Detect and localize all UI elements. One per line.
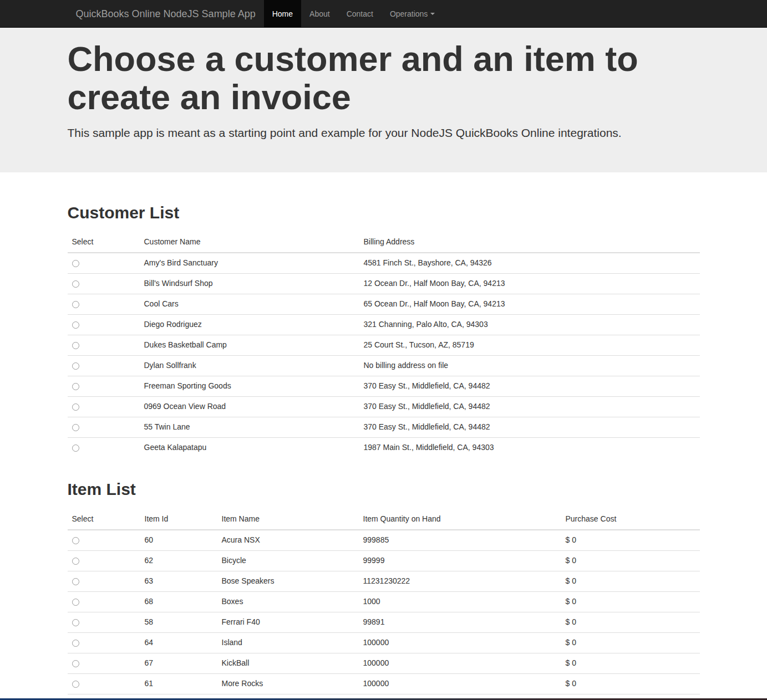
- customer-select-radio[interactable]: [72, 260, 79, 267]
- customer-select-radio[interactable]: [72, 444, 79, 452]
- item-id-cell: 60: [140, 530, 217, 550]
- item-purchase-cost-cell: $ 0: [561, 551, 700, 571]
- item-table-row: 68 Boxes 1000 $ 0: [68, 592, 700, 612]
- customer-billing-address-cell: 12 Ocean Dr., Half Moon Bay, CA, 94213: [359, 274, 700, 294]
- item-id-cell: 63: [140, 571, 217, 592]
- item-table-row: 60 Acura NSX 999885 $ 0: [68, 530, 700, 550]
- item-quantity-cell: 100000: [359, 633, 561, 653]
- customer-col-select: Select: [68, 232, 140, 253]
- item-quantity-cell: 99891: [359, 612, 561, 633]
- customer-select-cell: [68, 274, 140, 294]
- customer-select-cell: [68, 438, 140, 458]
- item-table-row: 64 Island 100000 $ 0: [68, 633, 700, 653]
- item-select-radio[interactable]: [72, 681, 79, 688]
- customer-name-cell: Bill's Windsurf Shop: [140, 274, 359, 294]
- item-col-quantity: Item Quantity on Hand: [359, 509, 561, 530]
- customer-table-row: Bill's Windsurf Shop 12 Ocean Dr., Half …: [68, 274, 700, 294]
- page-title: Choose a customer and an item to create …: [68, 40, 700, 117]
- customer-billing-address-cell: 370 Easy St., Middlefield, CA, 94482: [359, 417, 700, 438]
- customer-select-cell: [68, 253, 140, 273]
- item-select-cell: [68, 612, 140, 633]
- customer-col-billing-address: Billing Address: [359, 232, 700, 253]
- item-purchase-cost-cell: $ 0: [561, 612, 700, 633]
- item-purchase-cost-cell: $ 0: [561, 633, 700, 653]
- item-col-purchase-cost: Purchase Cost: [561, 509, 700, 530]
- customer-table-row: Cool Cars 65 Ocean Dr., Half Moon Bay, C…: [68, 294, 700, 315]
- item-select-radio[interactable]: [72, 558, 79, 565]
- item-quantity-cell: 11231230222: [359, 571, 561, 592]
- customer-col-name: Customer Name: [140, 232, 359, 253]
- customer-select-radio[interactable]: [72, 280, 79, 288]
- item-select-radio[interactable]: [72, 537, 79, 544]
- item-select-radio[interactable]: [72, 578, 79, 585]
- item-list-title: Item List: [68, 478, 700, 502]
- item-name-cell: Bose Speakers: [217, 571, 359, 592]
- item-select-cell: [68, 551, 140, 571]
- item-select-cell: [68, 673, 140, 694]
- customer-billing-address-cell: No billing address on file: [359, 356, 700, 376]
- navbar-brand[interactable]: QuickBooks Online NodeJS Sample App: [68, 0, 264, 28]
- customer-table-row: Freeman Sporting Goods 370 Easy St., Mid…: [68, 376, 700, 397]
- customer-table-row: 0969 Ocean View Road 370 Easy St., Middl…: [68, 397, 700, 417]
- item-name-cell: KickBall: [217, 653, 359, 673]
- customer-table: Select Customer Name Billing Address Amy…: [68, 232, 700, 458]
- item-id-cell: 61: [140, 673, 217, 694]
- customer-name-cell: Geeta Kalapatapu: [140, 438, 359, 458]
- nav-item-operations-label: Operations: [390, 8, 428, 19]
- item-purchase-cost-cell: $ 0: [561, 592, 700, 612]
- item-list-section: Item List Select Item Id Item Name Item …: [68, 478, 700, 700]
- customer-select-radio[interactable]: [72, 362, 79, 370]
- nav-item-contact[interactable]: Contact: [338, 0, 382, 28]
- item-id-cell: 64: [140, 633, 217, 653]
- item-select-radio[interactable]: [72, 660, 79, 667]
- customer-table-row: Amy's Bird Sanctuary 4581 Finch St., Bay…: [68, 253, 700, 273]
- item-select-cell: [68, 653, 140, 673]
- caret-down-icon: [430, 13, 435, 15]
- customer-select-cell: [68, 376, 140, 397]
- jumbotron: Choose a customer and an item to create …: [0, 28, 767, 172]
- customer-billing-address-cell: 1987 Main St., Middlefield, CA, 94303: [359, 438, 700, 458]
- customer-table-row: Geeta Kalapatapu 1987 Main St., Middlefi…: [68, 438, 700, 458]
- item-table-row: 67 KickBall 100000 $ 0: [68, 653, 700, 673]
- customer-select-radio[interactable]: [72, 383, 79, 390]
- customer-select-cell: [68, 335, 140, 356]
- customer-select-cell: [68, 397, 140, 417]
- customer-billing-address-cell: 321 Channing, Palo Alto, CA, 94303: [359, 315, 700, 335]
- item-select-radio[interactable]: [72, 599, 79, 606]
- navbar-nav: Home About Contact Operations: [264, 0, 444, 28]
- customer-select-radio[interactable]: [72, 301, 79, 308]
- customer-select-radio[interactable]: [72, 424, 79, 431]
- item-id-cell: 62: [140, 551, 217, 571]
- item-purchase-cost-cell: $ 0: [561, 673, 700, 694]
- customer-select-radio[interactable]: [72, 403, 79, 411]
- page-subtitle: This sample app is meant as a starting p…: [68, 125, 700, 141]
- customer-billing-address-cell: 370 Easy St., Middlefield, CA, 94482: [359, 376, 700, 397]
- item-quantity-cell: 100000: [359, 673, 561, 694]
- nav-item-operations-dropdown[interactable]: Operations: [382, 0, 443, 28]
- customer-select-cell: [68, 356, 140, 376]
- customer-select-radio[interactable]: [72, 342, 79, 349]
- item-select-cell: [68, 571, 140, 592]
- customer-name-cell: 0969 Ocean View Road: [140, 397, 359, 417]
- customer-list-section: Customer List Select Customer Name Billi…: [68, 201, 700, 458]
- customer-name-cell: Dukes Basketball Camp: [140, 335, 359, 356]
- customer-billing-address-cell: 65 Ocean Dr., Half Moon Bay, CA, 94213: [359, 294, 700, 315]
- customer-list-title: Customer List: [68, 201, 700, 225]
- customer-name-cell: Diego Rodriguez: [140, 315, 359, 335]
- nav-item-home[interactable]: Home: [264, 0, 301, 28]
- item-name-cell: More Rocks: [217, 673, 359, 694]
- item-name-cell: Island: [217, 633, 359, 653]
- item-quantity-cell: 99999: [359, 551, 561, 571]
- item-name-cell: Boxes: [217, 592, 359, 612]
- customer-table-row: 55 Twin Lane 370 Easy St., Middlefield, …: [68, 417, 700, 438]
- item-table-row: 63 Bose Speakers 11231230222 $ 0: [68, 571, 700, 592]
- item-id-cell: 67: [140, 653, 217, 673]
- customer-select-radio[interactable]: [72, 321, 79, 329]
- item-select-radio[interactable]: [72, 619, 79, 626]
- item-table-header-row: Select Item Id Item Name Item Quantity o…: [68, 509, 700, 530]
- customer-table-row: Diego Rodriguez 321 Channing, Palo Alto,…: [68, 315, 700, 335]
- nav-item-about[interactable]: About: [301, 0, 338, 28]
- customer-name-cell: Amy's Bird Sanctuary: [140, 253, 359, 273]
- customer-table-row: Dylan Sollfrank No billing address on fi…: [68, 356, 700, 376]
- item-select-radio[interactable]: [72, 640, 79, 647]
